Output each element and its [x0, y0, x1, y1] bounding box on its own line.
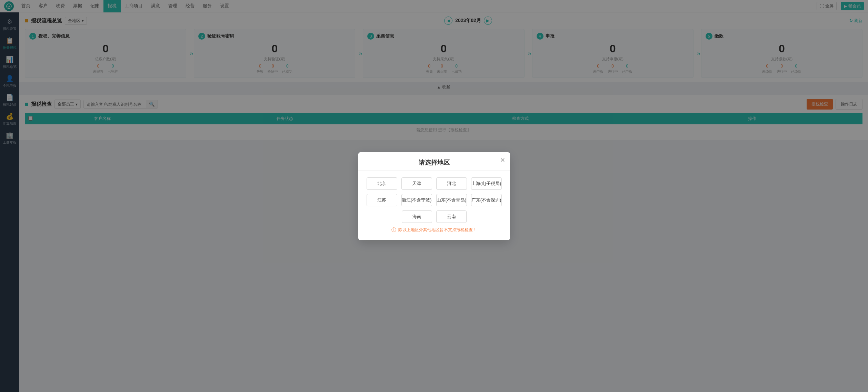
- modal-warning: ⓘ 除以上地区外其他地区暂不支持报税检查！: [367, 227, 502, 233]
- modal-close-button[interactable]: ✕: [500, 156, 505, 164]
- modal-body: 北京 天津 河北 上海(电子税局) 江苏 浙江(不含宁波) 山东(不含青岛) 广…: [358, 171, 510, 240]
- region-grid-row1: 北京 天津 河北 上海(电子税局): [367, 177, 502, 190]
- warning-icon: ⓘ: [391, 227, 396, 233]
- modal-overlay: 请选择地区 ✕ 北京 天津 河北 上海(电子税局) 江苏 浙江(不含宁波) 山东…: [0, 0, 868, 392]
- region-grid-row2: 江苏 浙江(不含宁波) 山东(不含青岛) 广东(不含深圳): [367, 194, 502, 206]
- region-btn-hebei[interactable]: 河北: [436, 177, 467, 190]
- region-btn-beijing[interactable]: 北京: [367, 177, 397, 190]
- modal-warning-text: 除以上地区外其他地区暂不支持报税检查！: [398, 227, 477, 233]
- region-btn-hainan[interactable]: 海南: [402, 210, 432, 223]
- region-btn-shandong[interactable]: 山东(不含青岛): [436, 194, 467, 206]
- modal-header: 请选择地区 ✕: [358, 152, 510, 171]
- region-btn-zhejiang[interactable]: 浙江(不含宁波): [401, 194, 432, 206]
- region-btn-yunnan[interactable]: 云南: [436, 210, 467, 223]
- region-btn-guangdong[interactable]: 广东(不含深圳): [471, 194, 502, 206]
- region-btn-jiangsu[interactable]: 江苏: [367, 194, 397, 206]
- region-modal: 请选择地区 ✕ 北京 天津 河北 上海(电子税局) 江苏 浙江(不含宁波) 山东…: [358, 152, 510, 240]
- region-btn-tianjin[interactable]: 天津: [401, 177, 432, 190]
- modal-title: 请选择地区: [419, 159, 450, 166]
- region-grid-row3: 海南 云南: [367, 210, 502, 223]
- region-btn-shanghai[interactable]: 上海(电子税局): [471, 177, 502, 190]
